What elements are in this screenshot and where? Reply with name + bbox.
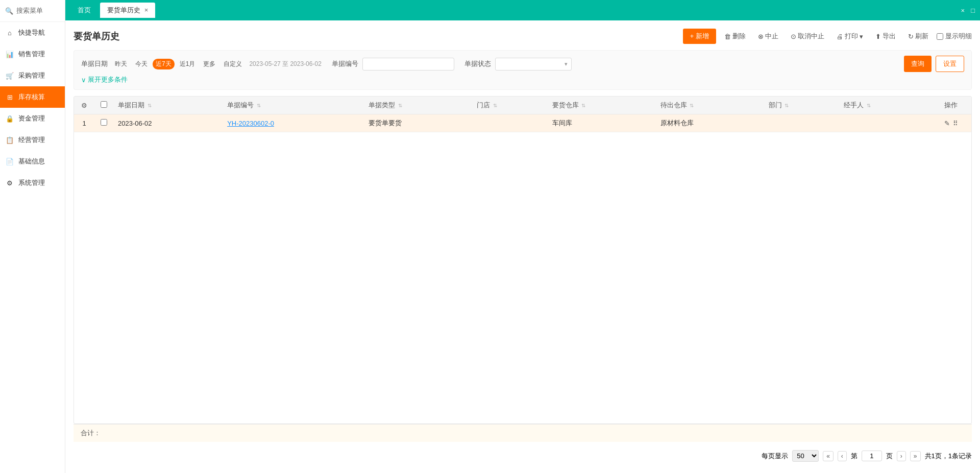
col-date-header[interactable]: 单据日期 ⇅ — [113, 97, 222, 114]
table-row: 1 2023-06-02 YH-20230602-0 要货单要货 车间库 原材料… — [74, 114, 971, 132]
doc-no-input[interactable] — [362, 58, 454, 70]
col-settings[interactable]: ⚙ — [74, 97, 94, 114]
shortcut-7days[interactable]: 近7天 — [153, 59, 175, 69]
sidebar-item-label: 经营管理 — [18, 135, 45, 145]
row-docno[interactable]: YH-20230602-0 — [222, 114, 363, 132]
cancel-stop-button[interactable]: ⊙ 取消中止 — [787, 29, 828, 43]
filter-row: 单据日期 昨天 今天 近7天 近1月 更多 自定义 2023-05-27 至 2… — [81, 56, 964, 72]
shortcut-today[interactable]: 今天 — [132, 59, 151, 69]
sort-icon: ⇅ — [398, 103, 402, 108]
row-dept — [764, 114, 839, 132]
date-filter-label: 单据日期 — [81, 59, 108, 68]
col-checkbox-header[interactable] — [94, 97, 113, 114]
sort-icon: ⇅ — [493, 103, 497, 108]
select-all-checkbox[interactable] — [101, 101, 107, 108]
date-filter-group: 单据日期 昨天 今天 近7天 近1月 更多 自定义 2023-05-27 至 2… — [81, 59, 322, 69]
table-body: 1 2023-06-02 YH-20230602-0 要货单要货 车间库 原材料… — [74, 114, 971, 132]
print-icon: 🖨 — [837, 33, 843, 40]
sidebar-item-operations[interactable]: 📋 经营管理 — [0, 129, 65, 151]
col-docno-header[interactable]: 单据编号 ⇅ — [222, 97, 363, 114]
sidebar-item-finance[interactable]: 🔒 资金管理 — [0, 108, 65, 129]
doc-icon: 📄 — [5, 157, 14, 166]
lock-icon: 🔒 — [5, 114, 14, 123]
col-reqwarehouse-header[interactable]: 要货仓库 ⇅ — [547, 97, 655, 114]
shortcut-yesterday[interactable]: 昨天 — [112, 59, 130, 69]
query-button[interactable]: 查询 — [904, 56, 932, 72]
display-detail-input[interactable] — [937, 33, 943, 40]
filter-actions: 查询 设置 — [904, 56, 964, 72]
status-select[interactable]: 草稿 已确认 中止 — [495, 58, 572, 70]
col-store-header[interactable]: 门店 ⇅ — [472, 97, 547, 114]
row-doctype: 要货单要货 — [363, 114, 472, 132]
sidebar-item-label: 销售管理 — [18, 50, 45, 59]
col-handler-header[interactable]: 经手人 ⇅ — [839, 97, 930, 114]
delete-icon: 🗑 — [724, 33, 731, 40]
print-button[interactable]: 🖨 打印 ▾ — [832, 29, 867, 43]
next-page-btn[interactable]: › — [897, 451, 906, 461]
col-pendingwarehouse-header[interactable]: 待出仓库 ⇅ — [655, 97, 764, 114]
toolbar: + 新增 🗑 删除 ⊗ 中止 ⊙ 取消中止 🖨 打印 ▾ — [683, 29, 972, 44]
display-detail-checkbox[interactable]: 显示明细 — [937, 32, 972, 41]
row-checkbox[interactable] — [101, 119, 107, 126]
row-ops: ✎ ⠿ — [930, 114, 971, 132]
refresh-button[interactable]: ↻ 刷新 — [904, 29, 933, 43]
per-page-select[interactable]: 50 20 100 — [792, 450, 819, 462]
page-content: 要货单历史 + 新增 🗑 删除 ⊗ 中止 ⊙ 取消中止 🖨 打印 — [65, 20, 980, 473]
tab-close-icon[interactable]: × — [144, 6, 149, 14]
sidebar-item-label: 快捷导航 — [18, 28, 45, 37]
topbar: 首页 要货单历史 × × □ — [65, 0, 980, 20]
doc-no-link[interactable]: YH-20230602-0 — [227, 120, 274, 127]
edit-icon[interactable]: ✎ — [944, 120, 950, 127]
sort-icon: ⇅ — [690, 103, 694, 108]
delete-button[interactable]: 🗑 删除 — [720, 29, 750, 43]
topbar-close-btn[interactable]: × — [961, 7, 965, 14]
sidebar-item-label: 库存核算 — [18, 92, 45, 102]
sidebar-item-purchase[interactable]: 🛒 采购管理 — [0, 65, 65, 86]
date-range-display: 2023-05-27 至 2023-06-02 — [249, 60, 321, 68]
summary-label: 合计： — [81, 429, 101, 438]
sidebar-item-inventory[interactable]: ⊞ 库存核算 — [0, 86, 65, 108]
col-dept-header[interactable]: 部门 ⇅ — [764, 97, 839, 114]
sidebar-search-label: 搜索菜单 — [16, 6, 43, 15]
more-icon[interactable]: ⠿ — [953, 120, 958, 127]
shortcut-1month[interactable]: 近1月 — [177, 59, 199, 69]
settings-button[interactable]: 设置 — [936, 56, 964, 72]
stop-button[interactable]: ⊗ 中止 — [754, 29, 782, 43]
export-button[interactable]: ⬆ 导出 — [871, 29, 900, 43]
row-checkbox-cell[interactable] — [94, 114, 113, 132]
shortcut-custom[interactable]: 自定义 — [220, 59, 245, 69]
export-icon: ⬆ — [875, 33, 881, 40]
prev-page-btn[interactable]: ‹ — [838, 451, 847, 461]
page-input[interactable]: 1 — [862, 451, 882, 461]
sidebar-item-label: 采购管理 — [18, 71, 45, 80]
table-header-row: ⚙ 单据日期 ⇅ 单据编号 ⇅ — [74, 97, 971, 114]
home-icon: ⌂ — [5, 28, 14, 37]
tab-home[interactable]: 首页 — [70, 3, 98, 18]
ops-icons: ✎ ⠿ — [936, 120, 966, 127]
sidebar-item-basic[interactable]: 📄 基础信息 — [0, 151, 65, 172]
sort-icon: ⇅ — [785, 103, 789, 108]
row-handler — [839, 114, 930, 132]
sidebar-item-system[interactable]: ⚙ 系统管理 — [0, 172, 65, 194]
new-button[interactable]: + 新增 — [683, 29, 716, 44]
row-pendingwarehouse: 原材料仓库 — [655, 114, 764, 132]
topbar-maximize-btn[interactable]: □ — [971, 7, 975, 14]
last-page-btn[interactable]: » — [910, 451, 921, 461]
page-title: 要货单历史 — [74, 30, 119, 42]
data-table: ⚙ 单据日期 ⇅ 单据编号 ⇅ — [74, 96, 972, 424]
search-icon: 🔍 — [5, 7, 13, 15]
row-store — [472, 114, 547, 132]
shortcut-more[interactable]: 更多 — [200, 59, 218, 69]
expand-more-btn[interactable]: ∨ 展开更多条件 — [81, 75, 964, 84]
col-doctype-header[interactable]: 单据类型 ⇅ — [363, 97, 472, 114]
sidebar-item-sales[interactable]: 📊 销售管理 — [0, 43, 65, 65]
table-footer: 合计： — [74, 424, 972, 442]
col-ops-header: 操作 — [930, 97, 971, 114]
first-page-btn[interactable]: « — [823, 451, 834, 461]
sidebar-search[interactable]: 🔍 搜索菜单 — [0, 0, 65, 22]
sidebar-item-label: 基础信息 — [18, 157, 45, 166]
settings-icon[interactable]: ⚙ — [81, 102, 87, 109]
sidebar-item-quick-nav[interactable]: ⌂ 快捷导航 — [0, 22, 65, 43]
sort-icon: ⇅ — [257, 103, 261, 108]
tab-requisition-history[interactable]: 要货单历史 × — [100, 3, 155, 18]
